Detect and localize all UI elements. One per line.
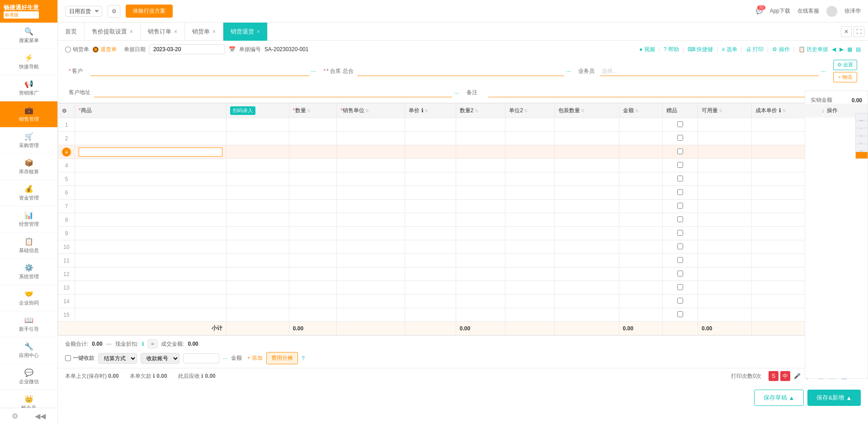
gift-checkbox-1[interactable]: [677, 121, 683, 127]
unit-cell-10[interactable]: [337, 240, 405, 254]
product-input-3[interactable]: [79, 148, 222, 157]
available-cell-7[interactable]: [698, 200, 751, 213]
sidebar-item-5[interactable]: 📦库存核算: [0, 154, 57, 180]
unit-cell-13[interactable]: [337, 281, 405, 295]
sale-radio-label[interactable]: 销货单: [65, 46, 89, 53]
doc-date-input[interactable]: [149, 44, 225, 54]
tab-close-3[interactable]: ×: [212, 29, 216, 35]
qty-cell-4[interactable]: [289, 159, 337, 172]
unit2-cell-13[interactable]: [505, 281, 555, 295]
return-radio[interactable]: [93, 47, 99, 52]
available-cell-4[interactable]: [698, 159, 751, 172]
app-download-link[interactable]: App下载: [770, 7, 790, 15]
staff-select-icon[interactable]: ···: [821, 67, 826, 75]
toolbar-shortcut[interactable]: ⌨ 快捷键: [688, 46, 713, 53]
sidebar-item-1[interactable]: ⚡快捷导航: [0, 49, 57, 75]
sidebar-item-4[interactable]: 🛒采购管理: [0, 128, 57, 154]
amount-cell-12[interactable]: [619, 267, 663, 281]
amount-cell-2[interactable]: [619, 132, 663, 145]
rfs-item-4[interactable]: 日志: [855, 144, 868, 151]
product-cell-7[interactable]: [75, 200, 226, 213]
customer-input[interactable]: [90, 67, 309, 76]
product-cell-12[interactable]: [75, 267, 226, 281]
unit2-cell-12[interactable]: [505, 267, 555, 281]
gift-cell-5[interactable]: [663, 172, 698, 186]
available-cell-8[interactable]: [698, 213, 751, 227]
qty-cell-11[interactable]: [289, 254, 337, 267]
price-cell-2[interactable]: [405, 132, 456, 145]
price-cell-8[interactable]: [405, 213, 456, 227]
industry-select[interactable]: 日用百货: [65, 6, 102, 17]
qty2-cell-13[interactable]: [456, 281, 505, 295]
warehouse-select-icon[interactable]: ···: [566, 67, 571, 75]
toolbar-prev[interactable]: ◀: [832, 46, 836, 52]
product-cell-11[interactable]: [75, 254, 226, 267]
toolbar-select[interactable]: ≡ 选单: [722, 46, 737, 53]
available-cell-14[interactable]: [698, 295, 751, 308]
tab-close-2[interactable]: ×: [174, 29, 177, 35]
available-cell-10[interactable]: [698, 240, 751, 254]
pkg-qty-cell-8[interactable]: [555, 213, 619, 227]
gift-cell-12[interactable]: [663, 267, 698, 281]
available-cell-5[interactable]: [698, 172, 751, 186]
price-cell-5[interactable]: [405, 172, 456, 186]
pkg-qty-cell-14[interactable]: [555, 295, 619, 308]
gift-checkbox-4[interactable]: [677, 162, 683, 168]
toolbar-print[interactable]: 🖨 打印: [746, 46, 764, 53]
gift-cell-4[interactable]: [663, 159, 698, 172]
gift-checkbox-5[interactable]: [677, 176, 683, 181]
address-select-icon[interactable]: ···: [454, 89, 459, 96]
sidebar-item-6[interactable]: 💰资金管理: [0, 180, 57, 206]
sidebar-item-7[interactable]: 📊经营管理: [0, 206, 57, 233]
unit2-cell-1[interactable]: [505, 118, 555, 132]
gift-checkbox-6[interactable]: [677, 189, 683, 195]
unit2-cell-6[interactable]: [505, 186, 555, 200]
price-cell-9[interactable]: [405, 227, 456, 240]
unit-cell-14[interactable]: [337, 295, 405, 308]
unit-cell-7[interactable]: [337, 200, 405, 213]
qty-cell-2[interactable]: [289, 132, 337, 145]
account-select-icon[interactable]: ···: [223, 355, 227, 362]
pkg-qty-cell-10[interactable]: [555, 240, 619, 254]
tab-expand-btn[interactable]: ⛶: [854, 26, 864, 37]
qty2-cell-10[interactable]: [456, 240, 505, 254]
header-gear-btn[interactable]: ⚙: [108, 5, 120, 18]
save-new-btn[interactable]: 保存&新增 ▲: [807, 390, 861, 406]
pkg-qty-cell-11[interactable]: [555, 254, 619, 267]
amount-cell-6[interactable]: [619, 186, 663, 200]
gift-cell-3[interactable]: [663, 145, 698, 159]
amount-cell-11[interactable]: [619, 254, 663, 267]
pkg-qty-cell-5[interactable]: [555, 172, 619, 186]
unit-cell-11[interactable]: [337, 254, 405, 267]
amount-cell-8[interactable]: [619, 213, 663, 227]
qty-cell-3[interactable]: [289, 145, 337, 159]
qty2-cell-6[interactable]: [456, 186, 505, 200]
toolbar-history[interactable]: 📋 历史单据: [798, 46, 828, 53]
price-cell-6[interactable]: [405, 186, 456, 200]
qty2-cell-2[interactable]: [456, 132, 505, 145]
return-radio-label[interactable]: 退货单: [93, 46, 117, 53]
price-cell-15[interactable]: [405, 308, 456, 322]
qty2-cell-15[interactable]: [456, 308, 505, 322]
payment-account-input[interactable]: [183, 353, 219, 363]
gift-cell-2[interactable]: [663, 132, 698, 145]
gift-checkbox-7[interactable]: [677, 203, 683, 209]
tab-0[interactable]: 首页: [58, 23, 85, 41]
available-cell-2[interactable]: [698, 132, 751, 145]
qty2-cell-9[interactable]: [456, 227, 505, 240]
available-cell-11[interactable]: [698, 254, 751, 267]
price-cell-12[interactable]: [405, 267, 456, 281]
gift-cell-11[interactable]: [663, 254, 698, 267]
unit-cell-2[interactable]: [337, 132, 405, 145]
toolbar-list-view[interactable]: ▤: [856, 46, 861, 52]
qty-cell-15[interactable]: [289, 308, 337, 322]
qty-cell-13[interactable]: [289, 281, 337, 295]
available-cell-1[interactable]: [698, 118, 751, 132]
product-cell-6[interactable]: [75, 186, 226, 200]
amount-cell-5[interactable]: [619, 172, 663, 186]
rfs-item-0[interactable]: 帮助: [855, 113, 868, 120]
gift-cell-15[interactable]: [663, 308, 698, 322]
available-cell-15[interactable]: [698, 308, 751, 322]
unit-cell-5[interactable]: [337, 172, 405, 186]
unit2-cell-15[interactable]: [505, 308, 555, 322]
